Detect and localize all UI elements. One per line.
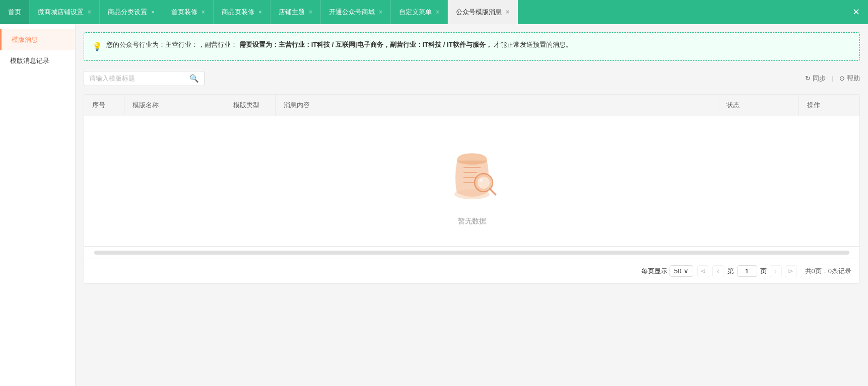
- top-nav: 首页 微商城店铺设置 × 商品分类设置 × 首页装修 × 商品页装修 × 店铺主…: [0, 0, 868, 24]
- th-action: 操作: [799, 95, 859, 116]
- nav-theme-label: 店铺主题: [279, 8, 305, 17]
- th-name: 模版名称: [124, 95, 225, 116]
- th-type: 模版类型: [225, 95, 276, 116]
- empty-text: 暂无数据: [458, 217, 486, 226]
- nav-item-shop-settings[interactable]: 微商城店铺设置 ×: [30, 0, 100, 24]
- sidebar-label-template-msg: 模版消息: [12, 36, 38, 43]
- page-size-label: 每页显示: [641, 267, 667, 276]
- page-nav: ⊲ ‹ 第 页 › ⊳: [697, 265, 797, 277]
- sync-button[interactable]: ↻ 同步: [805, 74, 826, 83]
- nav-close-product-page[interactable]: ×: [258, 9, 262, 16]
- nav-close-category[interactable]: ×: [151, 9, 155, 16]
- notice-text: 您的公众号行业为：主营行业：，副营行业： 需要设置为：主营行业：IT科技 / 互…: [106, 40, 572, 50]
- nav-close-wechat-mall[interactable]: ×: [379, 9, 382, 16]
- nav-item-custom-menu[interactable]: 自定义菜单 ×: [391, 0, 448, 24]
- search-input[interactable]: [89, 74, 185, 82]
- help-button[interactable]: ⊙ 帮助: [839, 74, 860, 83]
- page-label-after: 页: [760, 267, 767, 276]
- nav-item-category[interactable]: 商品分类设置 ×: [100, 0, 163, 24]
- notice-box: 💡 您的公众号行业为：主营行业：，副营行业： 需要设置为：主营行业：IT科技 /…: [84, 32, 860, 61]
- global-close-icon: ✕: [852, 7, 860, 18]
- nav-item-home[interactable]: 首页: [0, 0, 30, 24]
- nav-homepage-label: 首页装修: [171, 8, 197, 17]
- nav-shop-settings-label: 微商城店铺设置: [38, 8, 84, 17]
- chevron-down-icon: ∨: [684, 267, 689, 275]
- notice-prefix: 您的公众号行业为：主营行业：，副营行业：: [106, 41, 237, 48]
- notice-icon: 💡: [92, 40, 102, 53]
- empty-illustration: [439, 146, 505, 207]
- nav-close-custom-menu[interactable]: ×: [436, 9, 439, 16]
- nav-item-theme[interactable]: 店铺主题 ×: [271, 0, 321, 24]
- toolbar-right: ↻ 同步 | ⊙ 帮助: [805, 74, 860, 83]
- page-number-input[interactable]: [737, 265, 757, 277]
- content-area: 💡 您的公众号行业为：主营行业：，副营行业： 需要设置为：主营行业：IT科技 /…: [76, 24, 868, 386]
- th-index: 序号: [84, 95, 124, 116]
- nav-item-homepage[interactable]: 首页装修 ×: [163, 0, 214, 24]
- help-label: 帮助: [847, 74, 860, 83]
- pagination: 每页显示 50 ∨ ⊲ ‹ 第 页 › ⊳ 共0页，0条记录: [84, 259, 859, 283]
- th-status: 状态: [718, 95, 799, 116]
- nav-close-homepage[interactable]: ×: [202, 9, 205, 16]
- nav-product-page-label: 商品页装修: [222, 8, 254, 17]
- search-bar: 🔍 ↻ 同步 | ⊙ 帮助: [84, 71, 860, 86]
- main-layout: 模版消息 模版消息记录 💡 您的公众号行业为：主营行业：，副营行业： 需要设置为…: [0, 24, 868, 386]
- page-label-before: 第: [727, 267, 734, 276]
- page-size-dropdown[interactable]: 50 ∨: [670, 265, 693, 277]
- nav-custom-menu-label: 自定义菜单: [399, 8, 432, 17]
- page-last-button[interactable]: ⊳: [785, 265, 797, 277]
- nav-close-template-msg[interactable]: ×: [506, 9, 509, 16]
- page-first-button[interactable]: ⊲: [697, 265, 709, 277]
- nav-item-wechat-mall[interactable]: 开通公众号商城 ×: [321, 0, 391, 24]
- table-header: 序号 模版名称 模版类型 消息内容 状态 操作: [84, 95, 859, 116]
- search-icon[interactable]: 🔍: [189, 74, 199, 83]
- nav-category-label: 商品分类设置: [108, 8, 147, 17]
- global-close-button[interactable]: ✕: [844, 0, 868, 24]
- notice-suffix: 才能正常发送预置的消息。: [494, 41, 572, 48]
- page-next-button[interactable]: ›: [770, 265, 782, 277]
- empty-state: 暂无数据: [84, 116, 859, 246]
- toolbar-divider: |: [832, 74, 833, 82]
- scrollbar-track[interactable]: [84, 246, 859, 259]
- help-icon: ⊙: [839, 74, 845, 82]
- nav-template-msg-label: 公众号模版消息: [456, 8, 502, 17]
- sync-icon: ↻: [805, 74, 811, 82]
- page-total: 共0页，0条记录: [805, 267, 851, 276]
- sidebar-item-template-msg[interactable]: 模版消息: [0, 29, 75, 50]
- sidebar-item-template-msg-record[interactable]: 模版消息记录: [0, 50, 75, 71]
- svg-point-7: [478, 177, 490, 189]
- notice-bold: 需要设置为：主营行业：IT科技 / 互联网|电子商务，副营行业：IT科技 / I…: [239, 41, 492, 48]
- nav-close-theme[interactable]: ×: [309, 9, 312, 16]
- svg-line-8: [490, 189, 496, 195]
- nav-close-shop-settings[interactable]: ×: [88, 9, 91, 16]
- sidebar: 模版消息 模版消息记录: [0, 24, 76, 386]
- page-size-value: 50: [674, 267, 681, 275]
- page-size-select: 每页显示 50 ∨: [641, 265, 693, 277]
- nav-home-label: 首页: [8, 8, 21, 17]
- th-content: 消息内容: [276, 95, 718, 116]
- scrollbar-inner[interactable]: [94, 251, 849, 255]
- data-table: 序号 模版名称 模版类型 消息内容 状态 操作: [84, 94, 860, 284]
- sidebar-label-template-msg-record: 模版消息记录: [10, 57, 49, 64]
- page-prev-button[interactable]: ‹: [712, 265, 724, 277]
- search-input-wrap[interactable]: 🔍: [84, 71, 205, 86]
- nav-wechat-mall-label: 开通公众号商城: [329, 8, 375, 17]
- nav-item-product-page[interactable]: 商品页装修 ×: [214, 0, 271, 24]
- nav-item-template-msg[interactable]: 公众号模版消息 ×: [448, 0, 518, 24]
- svg-point-9: [480, 179, 483, 182]
- sync-label: 同步: [813, 74, 826, 83]
